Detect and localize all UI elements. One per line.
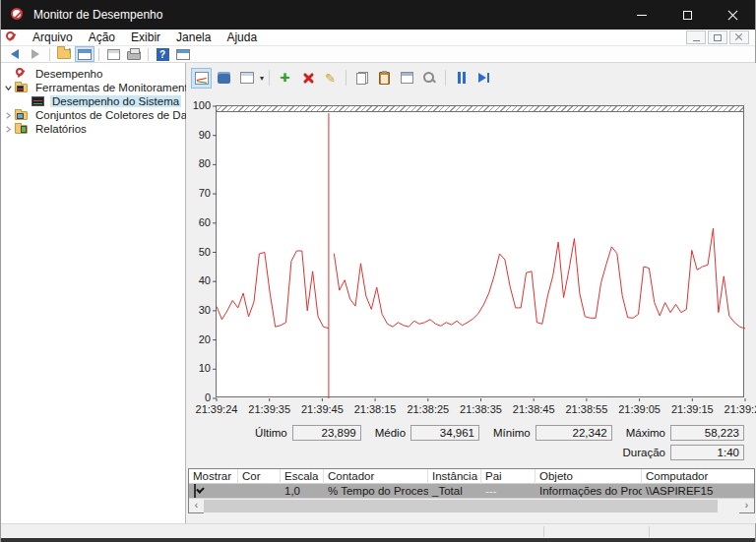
line-chart-plot-area[interactable]: 100908070605040302010021:39:2421:39:3521… [216,105,744,397]
add-counter-button[interactable]: + [275,68,295,89]
tree-item-label: Ferramentas de Monitoramento [33,82,196,93]
counter-series-line [334,228,745,329]
window-bottom-edge [1,538,755,542]
show-hide-tree-button[interactable] [173,46,193,62]
status-bar [1,523,755,538]
menu-acao[interactable]: Ação [81,30,123,45]
counter-table-header: Mostrar Cor Escala Contador Instância Pa… [189,469,754,484]
printer-icon [127,51,141,60]
export-list-button[interactable] [103,46,123,62]
show-console-window-button[interactable] [75,46,94,62]
folder-collectors-icon [15,109,30,121]
back-button[interactable] [5,46,25,62]
col-cor[interactable]: Cor [238,469,281,484]
properties-button[interactable] [397,68,417,89]
zoom-button[interactable] [419,68,440,89]
view-log-data-button[interactable] [214,68,234,89]
toolbar-separator [346,70,346,86]
tree-item-label: Conjuntos de Coletores de Dados [33,109,208,121]
expander-collapsed-icon[interactable] [1,111,15,120]
minimize-button[interactable] [619,0,664,30]
mdi-restore-icon [714,34,722,41]
menu-ajuda[interactable]: Ajuda [219,30,265,45]
tree-item-relatorios[interactable]: Relatórios [1,122,185,136]
col-escala[interactable]: Escala [281,469,324,484]
highlight-button[interactable]: ✎ [320,68,341,89]
window-title: Monitor de Desempenho [33,8,162,22]
print-button[interactable] [124,46,144,62]
table-horizontal-scrollbar[interactable]: ‹ › [189,498,754,512]
folder-up-icon: ↑ [57,49,71,59]
tree-item-desempenho-do-sistema[interactable]: Desempenho do Sistema [1,94,185,108]
y-axis-tick-label: 50 [183,246,211,258]
console-tree-icon [176,49,190,60]
tree-item-ferramentas[interactable]: Ferramentas de Monitoramento [1,81,185,94]
minimum-label: Mínimo [493,427,531,439]
col-mostrar[interactable]: Mostrar [189,469,238,484]
mdi-close-button[interactable] [729,30,749,44]
close-button[interactable] [710,0,755,30]
performance-monitor-panel: ▾ + ✎ 100908070605040302010021:39:2421:3… [186,63,756,523]
view-current-activity-button[interactable] [191,68,212,89]
tree-item-conjuntos[interactable]: Conjuntos de Coletores de Dados [1,108,185,122]
show-counter-checkbox[interactable] [194,484,196,498]
maximum-value: 58,223 [670,425,744,441]
folder-chart-icon [15,82,30,93]
mdi-minimize-button[interactable] [686,30,706,44]
forward-button[interactable] [26,46,45,62]
x-axis-tick-label: 21:39:35 [242,403,297,415]
col-objeto[interactable]: Objeto [536,469,642,484]
menu-bar: Arquivo Ação Exibir Janela Ajuda [1,30,755,46]
delete-counter-button[interactable] [297,68,318,89]
y-axis-tick-label: 20 [183,333,211,345]
paste-counter-list-button[interactable] [374,68,395,89]
copy-properties-button[interactable] [351,68,372,89]
average-value: 34,961 [410,425,479,441]
menu-exibir[interactable]: Exibir [123,30,168,45]
menu-janela[interactable]: Janela [168,30,219,45]
back-icon [11,49,19,59]
col-computador[interactable]: Computador [642,469,754,484]
change-graph-type-button[interactable] [236,68,257,89]
export-list-icon [107,49,120,60]
scrollbar-thumb[interactable] [204,500,718,512]
tree-item-desempenho[interactable]: Desempenho [1,67,185,81]
duration-value: 1:40 [670,445,744,460]
duration-label: Duração [623,447,665,458]
graph-type-dropdown-icon[interactable]: ▾ [260,74,264,83]
col-instancia[interactable]: Instância [428,469,481,484]
expander-collapsed-icon[interactable] [1,125,15,134]
graph-type-icon [240,72,254,84]
help-icon: ? [157,48,169,61]
expander-expanded-icon[interactable] [1,84,15,92]
mmc-toolbar: ↑ ? [1,46,755,63]
app-window: Monitor de Desempenho Arquivo Ação Exibi… [0,0,756,542]
help-button[interactable]: ? [153,46,172,62]
scroll-left-arrow[interactable]: ‹ [189,499,204,512]
x-axis-tick-label: 21:38:25 [401,403,456,415]
minimize-icon [637,15,647,16]
up-one-level-button[interactable]: ↑ [54,46,74,62]
menu-arquivo[interactable]: Arquivo [25,30,81,45]
perfmon-node-icon [15,68,30,80]
forward-icon [32,49,39,59]
counter-computer: \\ASPIREF15 [642,484,754,498]
y-axis-tick-label: 90 [183,129,211,141]
mdi-restore-button[interactable] [708,30,727,44]
col-contador[interactable]: Contador [324,469,428,484]
counter-instance: _Total [428,484,481,498]
step-forward-icon [478,73,489,83]
scroll-right-arrow[interactable]: › [739,499,754,512]
mdi-minimize-icon [693,40,700,41]
update-data-button[interactable] [473,68,494,89]
x-axis-tick-label: 21:39:24 [189,403,244,415]
scrollbar-track[interactable] [204,499,739,513]
maximize-button[interactable] [664,0,710,30]
y-axis-tick-label: 100 [183,99,211,111]
col-pai[interactable]: Pai [481,469,536,484]
counter-row[interactable]: 1,0 % Tempo do Processador _Total --- In… [189,484,754,498]
x-axis-tick-label: 21:38:35 [454,403,509,415]
console-tree: Desempenho Ferramentas de Monitoramento … [1,63,186,523]
freeze-display-button[interactable] [451,68,472,89]
counter-series-line [217,251,329,329]
